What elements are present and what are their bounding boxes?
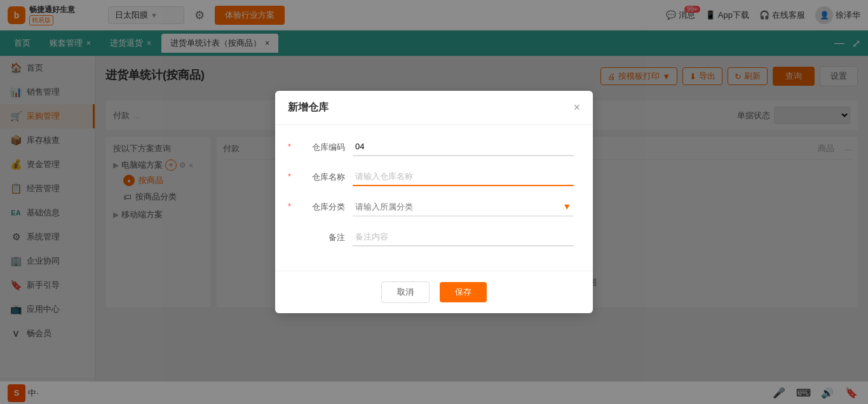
warehouse-code-row: 仓库编码 <box>294 138 574 156</box>
warehouse-code-label: 仓库编码 <box>294 142 345 153</box>
warehouse-code-input[interactable] <box>353 138 574 156</box>
warehouse-name-input[interactable] <box>353 168 574 186</box>
warehouse-remark-label: 备注 <box>294 232 345 243</box>
dialog-header: 新增仓库 × <box>275 91 593 125</box>
warehouse-category-row: 仓库分类 ▼ <box>294 198 574 217</box>
chevron-down-icon: ▼ <box>562 201 571 212</box>
new-warehouse-dialog: 新增仓库 × 仓库编码 仓库名称 仓库分类 ▼ 备注 取消 保存 <box>275 91 593 313</box>
save-button[interactable]: 保存 <box>440 282 487 302</box>
warehouse-category-input[interactable] <box>355 202 562 212</box>
cancel-button[interactable]: 取消 <box>381 281 430 303</box>
dialog-title: 新增仓库 <box>288 101 329 114</box>
warehouse-remark-row: 备注 <box>294 228 574 246</box>
dialog-footer: 取消 保存 <box>275 271 593 313</box>
dialog-close-button[interactable]: × <box>573 101 580 114</box>
warehouse-category-select[interactable]: ▼ <box>353 198 574 217</box>
warehouse-category-label: 仓库分类 <box>294 201 345 213</box>
dialog-body: 仓库编码 仓库名称 仓库分类 ▼ 备注 <box>275 125 593 271</box>
warehouse-remark-input[interactable] <box>353 228 574 246</box>
warehouse-name-label: 仓库名称 <box>294 172 345 183</box>
warehouse-name-row: 仓库名称 <box>294 168 574 186</box>
